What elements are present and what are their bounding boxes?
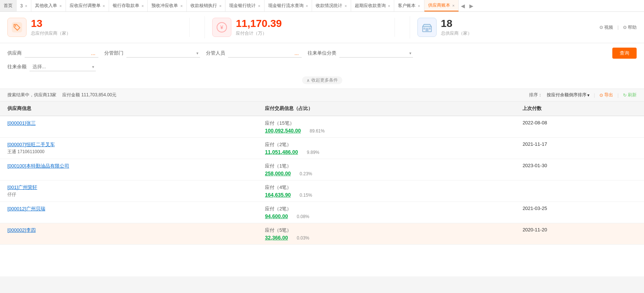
supplier-link-0[interactable]: [000001]张三 (7, 120, 36, 126)
nav-prev-arrow[interactable]: ◀ (459, 0, 467, 11)
nav-payment-stat-close[interactable]: × (344, 4, 347, 8)
collapse-button[interactable]: ∧ 收起更多条件 (302, 76, 342, 84)
payable-amount-3[interactable]: 164,635.90 (265, 192, 291, 198)
supplier-table: 供应商信息 应付交易信息（占比） 上次付数 [000001]张三应付（15笔）1… (0, 101, 644, 245)
table-row: [000001]张三应付（15笔）100,092,540.0089.61%202… (0, 116, 644, 138)
nav-prepay-charge[interactable]: 预收冲应收单 × (148, 0, 186, 11)
nav-ar-ap-adjust-label: 应收应付调整单 (70, 3, 101, 9)
nav-ar-ap-adjust[interactable]: 应收应付调整单 × (66, 0, 109, 11)
sort-select[interactable]: 按应付余额倒序排序 ▾ (547, 92, 589, 98)
nav-payment-stat-label: 收款情况统计 (316, 3, 342, 9)
nav-cash-bank-flow-close[interactable]: × (306, 4, 308, 8)
stat-total-suppliers-info: 18 总供应商（家） (441, 18, 472, 37)
stat-ap-suppliers-label: 总应付供应商（家） (31, 30, 71, 37)
payable-amount-1[interactable]: 11,051,486.00 (265, 149, 298, 155)
nav-bank-deposit-close[interactable]: × (141, 4, 144, 8)
balance-input[interactable] (29, 62, 96, 71)
nav-payment-verify-close[interactable]: × (219, 4, 221, 8)
supplier-input-wrapper: ... (25, 49, 98, 58)
stats-row: 13 总应付供应商（家） ¥ 11,170.39 应付合计（万） (0, 12, 644, 43)
last-pay-cell-2: 2023-01-30 (515, 159, 644, 180)
payable-amount-4[interactable]: 94,600.00 (265, 213, 288, 219)
payable-cell-2: 应付（1笔）258,000.000.23% (258, 159, 515, 180)
payable-count-2: 应付（1笔） (265, 163, 508, 169)
nav-bank-deposit-label: 银行存取款单 (113, 3, 139, 9)
table-header-row: 供应商信息 应付交易信息（占比） 上次付数 (0, 101, 644, 116)
nav-other-income-close[interactable]: × (59, 4, 62, 8)
payable-amount-5[interactable]: 32,366.00 (265, 235, 288, 241)
sort-value-label: 按应付余额倒序排序 (547, 92, 587, 98)
refresh-button[interactable]: ↻ 刷新 (623, 92, 637, 98)
supplier-link-5[interactable]: [000002]李四 (7, 227, 36, 233)
payable-pct-5: 0.03% (297, 235, 309, 241)
supplier-link-1[interactable]: [000007]恒旺二手叉车 (7, 142, 55, 147)
collapse-bar: ∧ 收起更多条件 (7, 75, 637, 86)
col-payable-info: 应付交易信息（占比） (258, 101, 515, 116)
svg-rect-7 (429, 28, 431, 30)
payable-count-0: 应付（15笔） (265, 120, 508, 127)
payable-amount-2[interactable]: 258,000.00 (265, 170, 291, 176)
nav-tab3-close[interactable]: × (25, 4, 27, 8)
nav-ar-ap-adjust-close[interactable]: × (103, 4, 105, 8)
nav-customer-ledger-label: 客户账本 (398, 3, 416, 9)
nav-customer-ledger-close[interactable]: × (418, 4, 420, 8)
help-links: ⊙ 视频 | ⊙ 帮助 (599, 24, 637, 31)
dept-input[interactable] (126, 49, 200, 58)
results-header: 搜索结果中，供应商13家 应付金额 111,703,854.00元 排序： 按应… (0, 89, 644, 101)
nav-cash-bank-stat[interactable]: 现金银行统计 × (225, 0, 264, 11)
refresh-icon: ↻ (623, 93, 627, 98)
supplier-input[interactable] (25, 49, 98, 58)
filter-category: 往来单位分类 ▾ (308, 49, 413, 58)
nav-tab3[interactable]: 3 × (17, 0, 31, 11)
sort-label: 排序： (529, 92, 542, 98)
nav-home[interactable]: 首页 (0, 0, 17, 11)
nav-customer-ledger[interactable]: 客户账本 × (394, 0, 424, 11)
payable-cell-4: 应付（2笔）94,600.000.08% (258, 202, 515, 223)
supplier-link-4[interactable]: [000012]广州贝瑞 (7, 206, 45, 211)
supplier-filter-label: 供应商 (7, 50, 22, 56)
nav-next-arrow[interactable]: ▶ (467, 0, 476, 11)
nav-overdue-ar[interactable]: 超期应收款查询 × (351, 0, 394, 11)
payable-cell-5: 应付（5笔）32,366.000.03% (258, 223, 515, 245)
nav-bank-deposit[interactable]: 银行存取款单 × (109, 0, 148, 11)
nav-payment-stat[interactable]: 收款情况统计 × (312, 0, 351, 11)
nav-supplier-ledger[interactable]: 供应商账本 × (424, 0, 459, 11)
top-navigation: 首页 3 × 其他收入单 × 应收应付调整单 × 银行存取款单 × 预收冲应收单… (0, 0, 644, 12)
person-input[interactable] (228, 49, 302, 58)
category-filter-label: 往来单位分类 (308, 50, 336, 56)
query-button[interactable]: 查询 (612, 48, 637, 59)
nav-other-income[interactable]: 其他收入单 × (31, 0, 66, 11)
filter-row-1: 供应商 ... 分管部门 ▾ 分管人员 ... 往来单位分类 (7, 48, 637, 59)
amount-icon: ¥ (212, 18, 231, 37)
nav-cash-bank-stat-close[interactable]: × (258, 4, 260, 8)
nav-supplier-ledger-label: 供应商账本 (428, 2, 450, 8)
supplier-link-2[interactable]: [000100]本特勤油品有限公司 (7, 163, 69, 169)
person-dots-icon[interactable]: ... (294, 50, 299, 56)
category-input[interactable] (339, 49, 413, 58)
payable-amount-0[interactable]: 100,092,540.00 (265, 128, 301, 134)
filter-person: 分管人员 ... (206, 49, 302, 58)
stat-ap-amount-label: 应付合计（万） (236, 30, 282, 37)
col-last-pay: 上次付数 (515, 101, 644, 116)
table-row: [000012]广州贝瑞应付（2笔）94,600.000.08%2021-03-… (0, 202, 644, 223)
nav-prepay-charge-close[interactable]: × (180, 4, 182, 8)
svg-rect-5 (426, 28, 428, 32)
collapse-label: 收起更多条件 (311, 77, 338, 83)
video-link[interactable]: ⊙ 视频 (599, 24, 613, 31)
supplier-link-3[interactable]: [001]广州荣轩 (7, 185, 37, 190)
main-table-wrap: 供应商信息 应付交易信息（占比） 上次付数 [000001]张三应付（15笔）1… (0, 101, 644, 276)
help-link[interactable]: ⊙ 帮助 (623, 24, 637, 31)
last-pay-cell-5: 2020-11-20 (515, 223, 644, 245)
filter-dept: 分管部门 ▾ (104, 49, 200, 58)
nav-overdue-ar-close[interactable]: × (388, 4, 390, 8)
supplier-dots-icon[interactable]: ... (91, 50, 95, 56)
payable-cell-3: 应付（4笔）164,635.900.15% (258, 180, 515, 202)
nav-cash-bank-flow[interactable]: 现金银行流水查询 × (265, 0, 312, 11)
supplier-sub-3: 仔仔 (7, 192, 250, 198)
stat-ap-amount-info: 11,170.39 应付合计（万） (236, 18, 282, 37)
export-button[interactable]: ⊙ 导出 (599, 92, 613, 98)
nav-payment-verify[interactable]: 收款核销执行 × (187, 0, 225, 11)
nav-supplier-ledger-close[interactable]: × (452, 3, 455, 8)
export-icon: ⊙ (599, 93, 603, 98)
last-pay-cell-1: 2021-11-17 (515, 138, 644, 159)
